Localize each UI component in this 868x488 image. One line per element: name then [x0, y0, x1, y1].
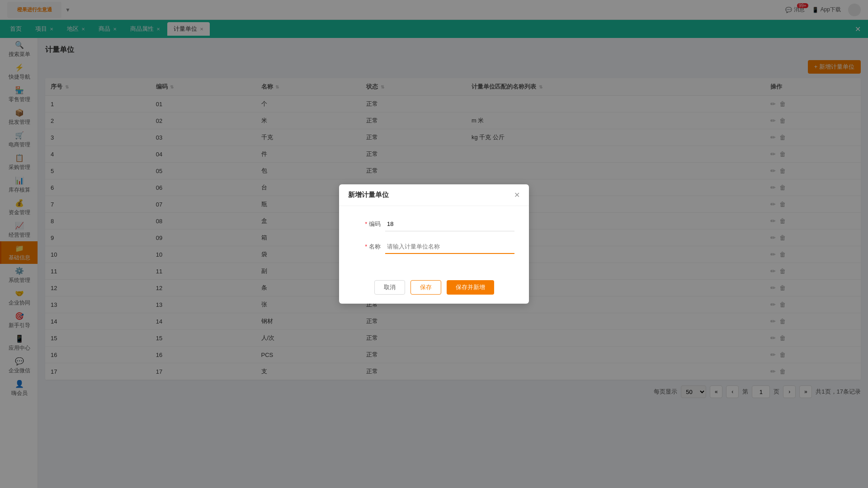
name-label: 名称: [354, 243, 381, 251]
save-button[interactable]: 保存: [410, 280, 441, 295]
modal-header: 新增计量单位 ✕: [339, 184, 529, 206]
name-input[interactable]: [385, 239, 514, 254]
modal-title: 新增计量单位: [348, 191, 389, 199]
add-unit-modal: 新增计量单位 ✕ 编码 名称 取消 保存 保存并新增: [339, 184, 529, 304]
cancel-button[interactable]: 取消: [374, 280, 405, 295]
code-label: 编码: [354, 220, 381, 228]
modal-footer: 取消 保存 保存并新增: [339, 273, 529, 304]
modal-body: 编码 名称: [339, 206, 529, 273]
modal-close-btn[interactable]: ✕: [514, 191, 520, 199]
code-input[interactable]: [385, 217, 514, 231]
form-row-code: 编码: [354, 217, 514, 231]
form-row-name: 名称: [354, 239, 514, 254]
modal-overlay[interactable]: 新增计量单位 ✕ 编码 名称 取消 保存 保存并新增: [0, 0, 868, 488]
save-new-button[interactable]: 保存并新增: [447, 280, 494, 295]
